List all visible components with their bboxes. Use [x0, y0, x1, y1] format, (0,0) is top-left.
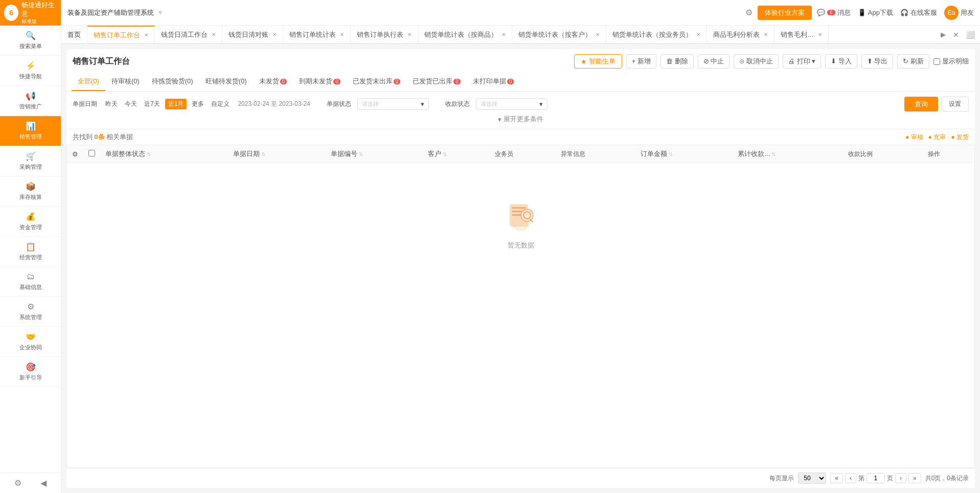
- sidebar-item-purchase[interactable]: 🛒 采购管理: [0, 146, 61, 176]
- tab-close-sales-profit[interactable]: ✕: [818, 32, 822, 37]
- tab-sales-order[interactable]: 销售订单工作台✕: [87, 26, 155, 44]
- date-opt-1month[interactable]: 近1月: [165, 99, 187, 109]
- approve-action[interactable]: ● 审核: [905, 133, 923, 142]
- tab-sales-profit[interactable]: 销售毛利…✕: [774, 26, 829, 44]
- solution-button[interactable]: 体验行业方案: [758, 6, 812, 20]
- show-detail-checkbox[interactable]: [933, 58, 940, 65]
- sub-tab-已发货未出库[interactable]: 已发货未出库0: [347, 73, 407, 91]
- smart-create-button[interactable]: ★ 智能生单: [574, 54, 622, 69]
- sidebar-item-search[interactable]: 🔍 搜索菜单: [0, 26, 61, 56]
- sidebar-item-guide[interactable]: 🎯 新手引导: [0, 357, 61, 387]
- col-actions: 操作: [923, 145, 974, 163]
- next-page-button[interactable]: ›: [895, 473, 906, 483]
- app-download-action[interactable]: 📱 App下载: [858, 8, 893, 17]
- expand-more-btn[interactable]: ▾ 展开更多条件: [73, 115, 969, 124]
- date-opt-custom[interactable]: 自定义: [209, 99, 232, 109]
- tab-close-sales-exec[interactable]: ✕: [407, 32, 412, 37]
- sidebar-item-finance[interactable]: 💰 资金管理: [0, 207, 61, 237]
- unapprove-action[interactable]: ● 充审: [928, 133, 946, 142]
- sub-tab-待审核[interactable]: 待审核(0): [105, 73, 146, 91]
- tab-profit-analysis[interactable]: 商品毛利分析表✕: [707, 26, 774, 44]
- tab-close-sales-stats[interactable]: ✕: [340, 32, 344, 37]
- col-collected: 累计收款...⇅: [733, 145, 842, 163]
- tab-sales-by-product[interactable]: 销货单统计表（按商品）✕: [418, 26, 512, 44]
- topbar-settings-icon[interactable]: ⚙: [745, 8, 753, 17]
- date-opt-yesterday[interactable]: 昨天: [103, 99, 120, 109]
- sidebar-item-cooperation[interactable]: 🤝 企业协同: [0, 327, 61, 357]
- refresh-button[interactable]: ↻ 刷新: [897, 54, 929, 69]
- sidebar-item-marketing[interactable]: 📢 营销推广: [0, 86, 61, 116]
- cancel-stop-button[interactable]: ⊙ 取消中止: [734, 54, 779, 69]
- sub-tab-到期未发货[interactable]: 到期未发货0: [293, 73, 347, 91]
- sub-tab-未发货[interactable]: 未发货0: [253, 73, 293, 91]
- sidebar-item-basic-info[interactable]: 🗂 基础信息: [0, 267, 61, 297]
- date-opt-today[interactable]: 今天: [123, 99, 139, 109]
- system-icon: ⚙: [27, 302, 34, 311]
- tab-close-sales-by-staff[interactable]: ✕: [696, 32, 700, 37]
- tabs-more-button[interactable]: ▶: [937, 31, 950, 38]
- select-all-checkbox[interactable]: [88, 150, 95, 156]
- tab-close-sales-by-product[interactable]: ✕: [502, 32, 506, 37]
- sub-tab-全部[interactable]: 全部(0): [72, 73, 105, 91]
- sidebar-item-inventory[interactable]: 📦 库存核算: [0, 176, 61, 207]
- tab-close-sales-by-customer[interactable]: ✕: [596, 32, 600, 37]
- tab-minimize-button[interactable]: ✕: [950, 30, 962, 40]
- sub-tab-未打印单据[interactable]: 未打印单据0: [467, 73, 520, 91]
- message-action[interactable]: 💬 6 消息: [817, 8, 851, 17]
- add-button[interactable]: + 新增: [626, 54, 656, 69]
- prev-page-button[interactable]: ‹: [845, 473, 856, 483]
- ship-action[interactable]: ● 发货: [951, 133, 969, 142]
- filter-setting-button[interactable]: 设置: [941, 97, 969, 111]
- page-number-input[interactable]: [867, 473, 885, 483]
- settings-col-icon[interactable]: ⚙: [72, 150, 78, 158]
- sidebar-item-system[interactable]: ⚙ 系统管理: [0, 297, 61, 327]
- date-opt-more[interactable]: 更多: [190, 99, 206, 109]
- tab-home[interactable]: 首页: [61, 26, 87, 44]
- print-button[interactable]: 🖨 打印 ▾: [783, 54, 821, 69]
- user-action[interactable]: Ea 用友: [944, 6, 974, 20]
- sub-tab-待拣货验货[interactable]: 待拣货验货(0): [146, 73, 199, 91]
- col-staff: 业务员: [490, 145, 556, 163]
- status-select[interactable]: 请选择 ▾: [357, 98, 429, 110]
- tab-close-sales-order[interactable]: ✕: [144, 32, 148, 38]
- sidebar-item-quick-nav[interactable]: ⚡ 快捷导航: [0, 56, 61, 86]
- tab-money-clear[interactable]: 钱货日清工作台✕: [155, 26, 222, 44]
- tab-reconciliation[interactable]: 钱货日清对账✕: [222, 26, 283, 44]
- first-page-button[interactable]: «: [830, 473, 843, 483]
- tab-close-profit-analysis[interactable]: ✕: [764, 32, 768, 37]
- collection-select[interactable]: 请选择 ▾: [476, 98, 548, 110]
- pagination: 每页显示 50 10 20 100 « ‹ 第 页 › » 共0页，0条记录: [66, 468, 975, 488]
- query-button[interactable]: 查询: [904, 97, 938, 111]
- customer-service-action[interactable]: 🎧 在线客服: [900, 8, 937, 17]
- date-opt-7days[interactable]: 近7天: [142, 99, 162, 109]
- avatar: Ea: [944, 6, 959, 20]
- count-number: 0条: [94, 133, 104, 141]
- filter-area: 单据日期 昨天 今天 近7天 近1月 更多 自定义 2023-02-24 至 2…: [66, 92, 975, 129]
- sidebar-item-sales[interactable]: 📊 销售管理: [0, 116, 61, 146]
- last-page-button[interactable]: »: [908, 473, 921, 483]
- tab-maximize-button[interactable]: ⬜: [963, 30, 978, 40]
- settings-bottom-icon[interactable]: ⚙: [14, 478, 21, 488]
- sidebar-item-operations[interactable]: 📋 经营管理: [0, 237, 61, 267]
- table-right-actions: ● 审核 ● 充审 ● 发货: [905, 133, 969, 142]
- tab-close-reconciliation[interactable]: ✕: [272, 32, 277, 37]
- show-detail-label[interactable]: 显示明细: [933, 57, 969, 66]
- delete-button[interactable]: 🗑 删除: [660, 54, 694, 69]
- export-button[interactable]: ⬆ 导出: [861, 54, 894, 69]
- col-status: 单据整体状态⇅: [100, 145, 228, 163]
- import-button[interactable]: ⬇ 导入: [825, 54, 857, 69]
- tab-close-money-clear[interactable]: ✕: [212, 32, 216, 37]
- sub-tab-已发货已出库[interactable]: 已发货已出库0: [406, 73, 467, 91]
- collapse-icon[interactable]: ◀: [40, 478, 47, 488]
- sidebar-label-marketing: 营销推广: [19, 103, 42, 110]
- sub-tab-旺铺待发货[interactable]: 旺铺待发货(0): [199, 73, 253, 91]
- per-page-select[interactable]: 50 10 20 100: [798, 473, 826, 484]
- search-icon: 🔍: [26, 31, 36, 40]
- tab-sales-by-staff[interactable]: 销货单统计表（按业务员）✕: [606, 26, 707, 44]
- stop-button[interactable]: ⊘ 中止: [698, 54, 730, 69]
- phone-icon: 📱: [858, 9, 866, 16]
- tab-sales-stats[interactable]: 销售订单统计表✕: [283, 26, 351, 44]
- tab-sales-exec[interactable]: 销售订单执行表✕: [351, 26, 418, 44]
- tab-sales-by-customer[interactable]: 销货单统计表（按客户）✕: [512, 26, 606, 44]
- cooperation-icon: 🤝: [26, 332, 36, 342]
